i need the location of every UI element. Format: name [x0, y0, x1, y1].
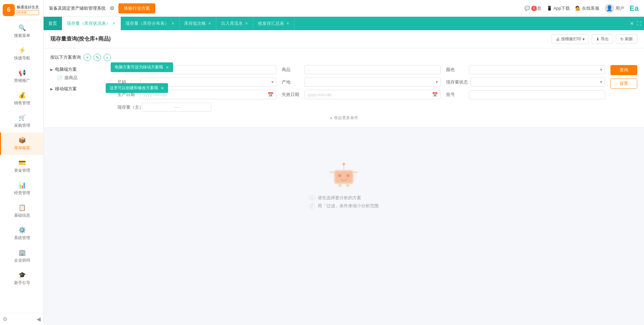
query-button[interactable]: 查询 [610, 65, 637, 75]
filter-form-rows: 仓库 ··· 商品 ··· [117, 65, 605, 112]
tab-in-out-flow-close[interactable]: ✕ [245, 21, 248, 26]
operation-icon: 📊 [18, 181, 26, 189]
main-area: 装备及固定资产辅助管理系统 ⚙ 体验行业方案 💬 6 消息 📱 App下载 💁 … [44, 0, 644, 325]
desktop-scheme-expand: ▶ [50, 68, 53, 71]
collapse-sidebar-icon[interactable]: ◀ [37, 316, 41, 322]
svg-rect-8 [338, 184, 341, 187]
sidebar-item-search[interactable]: 🔍 搜索菜单 [0, 20, 43, 43]
tabs-bar: 首页 现存量（库存状况表） ✕ 现存量（库存分布表） ✕ 库存批次账 ✕ 出入库… [44, 17, 644, 30]
sidebar-item-system[interactable]: ⚙️ 系统管理 [0, 222, 43, 245]
collapse-arrow-icon: ∧ [330, 116, 333, 120]
sidebar-item-sales[interactable]: 💰 销售管理 [0, 88, 43, 110]
online-service-label: 在线客服 [582, 5, 599, 11]
collapse-label: 收起更多条件 [334, 115, 358, 121]
batch-no-label: 批号 [446, 92, 466, 98]
sidebar-nav: 🔍 搜索菜单 ⚡ 快捷导航 📢 营销推广 💰 销售管理 🛒 采购管理 📦 库存核… [0, 20, 43, 313]
page-content: 现存量查询(按仓库+商品) 🖨 按模板打印 ▾ ⬇ 导出 ↻ 刷新 [44, 30, 644, 325]
refresh-icon: ↻ [620, 37, 624, 42]
filter-row-2: 尺码 产地 [117, 77, 605, 87]
tooltip2-close[interactable]: ✕ [161, 86, 164, 91]
print-template-button[interactable]: 🖨 按模板打印 ▾ [551, 34, 589, 44]
inventory-main-range[interactable]: — [142, 103, 211, 112]
inventory-main-field: 现存量（主） — [117, 103, 211, 112]
tab-expand-icon[interactable]: ⛶ [637, 21, 641, 26]
expiry-date-field: 失效日期 yyyy-mm-dd 📅 [282, 90, 441, 99]
tab-batch-account-label: 库存批次账 [184, 20, 206, 26]
reset-button[interactable]: 设置 [610, 78, 637, 89]
hint-text-2: 用「过滤」条件来缩小分析范围 [318, 203, 379, 209]
tab-home[interactable]: 首页 [44, 17, 62, 30]
sidebar-item-quick[interactable]: ⚡ 快捷导航 [0, 43, 43, 65]
sidebar-item-marketing[interactable]: 📢 营销推广 [0, 65, 43, 88]
tooltip1-close[interactable]: ✕ [166, 65, 169, 70]
sidebar-item-purchase-label: 采购管理 [14, 123, 30, 128]
tab-in-out-flow[interactable]: 出入库流水 ✕ [216, 17, 253, 30]
mobile-scheme-item[interactable]: ▶ 移动端方案 [50, 85, 112, 93]
origin-select[interactable] [305, 77, 441, 87]
refresh-label: 刷新 [625, 36, 633, 42]
filter-header: 按以下方案查询 + ✎ « [50, 54, 637, 61]
tab-receive-summary-close[interactable]: ✕ [286, 21, 289, 26]
tooltip2-container: 这里可以创建和修改方案哦 ✕ [106, 83, 168, 93]
product-input[interactable]: ··· [305, 65, 441, 74]
expiry-date-calendar-icon: 📅 [432, 92, 438, 97]
collapse-button[interactable]: ∧ 收起更多条件 [330, 115, 358, 121]
sidebar-item-inventory-label: 库存核算 [14, 145, 30, 151]
filter-form: 仓库 ··· 商品 ··· [117, 65, 637, 112]
inventory-main-to[interactable] [181, 105, 208, 110]
hint-num-2: 2 [309, 203, 315, 209]
inventory-status-select[interactable] [471, 77, 605, 87]
color-select[interactable] [469, 65, 605, 74]
tab-inventory-status-close[interactable]: ✕ [112, 21, 116, 26]
tooltip2-text: 这里可以创建和修改方案哦 [110, 85, 158, 91]
settings-bottom-icon[interactable]: ⚙ [3, 316, 7, 322]
sidebar-item-sales-label: 销售管理 [14, 100, 30, 106]
batch-no-input[interactable] [469, 90, 605, 99]
header-settings-icon[interactable]: ⚙ [110, 5, 114, 11]
finance-icon: 💳 [18, 159, 26, 166]
tab-home-label: 首页 [48, 20, 57, 26]
tab-batch-account-close[interactable]: ✕ [208, 21, 211, 26]
sidebar-item-operation[interactable]: 📊 经营管理 [0, 177, 43, 200]
message-button[interactable]: 💬 6 消息 [525, 5, 541, 11]
tab-receive-summary[interactable]: 收发存汇总表 ✕ [253, 17, 294, 30]
add-scheme-button[interactable]: + [84, 54, 91, 61]
sidebar-item-enterprise[interactable]: 🏢 企业协同 [0, 245, 43, 267]
tooltip1-text: 电脑方案可设为移动方案哦 [115, 64, 163, 70]
inventory-status-field: 现存量状态 [446, 77, 605, 87]
mobile-scheme-expand: ▶ [50, 87, 53, 91]
app-download-label: App下载 [553, 5, 570, 11]
expiry-date-placeholder: yyyy-mm-dd [308, 92, 331, 97]
sidebar-item-inventory[interactable]: 📦 库存核算 [0, 132, 43, 155]
sidebar-item-basic[interactable]: 📋 基础信息 [0, 200, 43, 222]
inventory-main-from[interactable] [145, 105, 172, 110]
industry-solution-button[interactable]: 体验行业方案 [118, 3, 155, 13]
online-service-button[interactable]: 💁 在线客服 [575, 5, 599, 11]
edit-scheme-button[interactable]: ✎ [94, 54, 101, 61]
basic-icon: 📋 [18, 204, 26, 211]
expiry-date-input[interactable]: yyyy-mm-dd 📅 [305, 90, 441, 99]
refresh-button[interactable]: ↻ 刷新 [616, 34, 637, 44]
logo-text: 畅通道好生意 [17, 5, 39, 10]
sidebar-item-purchase[interactable]: 🛒 采购管理 [0, 110, 43, 132]
origin-field: 产地 [282, 77, 441, 87]
svg-point-3 [346, 174, 350, 177]
sidebar-item-finance[interactable]: 💳 资金管理 [0, 155, 43, 177]
sidebar-item-guide[interactable]: 🎓 新手引导 [0, 267, 43, 290]
export-button[interactable]: ⬇ 导出 [592, 34, 613, 44]
user-area[interactable]: 👤 用户 [605, 4, 624, 13]
desktop-scheme-item[interactable]: ▶ 电脑端方案 [50, 65, 112, 74]
svg-rect-6 [330, 171, 334, 173]
tab-batch-account[interactable]: 库存批次账 ✕ [179, 17, 216, 30]
tab-inventory-dist[interactable]: 现存量（库存分布表） ✕ [121, 17, 179, 30]
back-scheme-button[interactable]: « [104, 54, 111, 61]
tab-close-all-icon[interactable]: ✕ [630, 21, 634, 26]
sub-scheme-item[interactable]: 📄 接商品 [50, 74, 112, 82]
inventory-status-label: 现存量状态 [446, 79, 468, 85]
color-label: 颜色 [446, 67, 466, 73]
tab-inventory-status[interactable]: 现存量（库存状况表） ✕ [62, 17, 121, 30]
app-download-button[interactable]: 📱 App下载 [547, 5, 570, 11]
tab-inventory-dist-close[interactable]: ✕ [171, 21, 174, 26]
tab-inventory-dist-label: 现存量（库存分布表） [125, 20, 169, 26]
svg-point-5 [342, 163, 345, 165]
